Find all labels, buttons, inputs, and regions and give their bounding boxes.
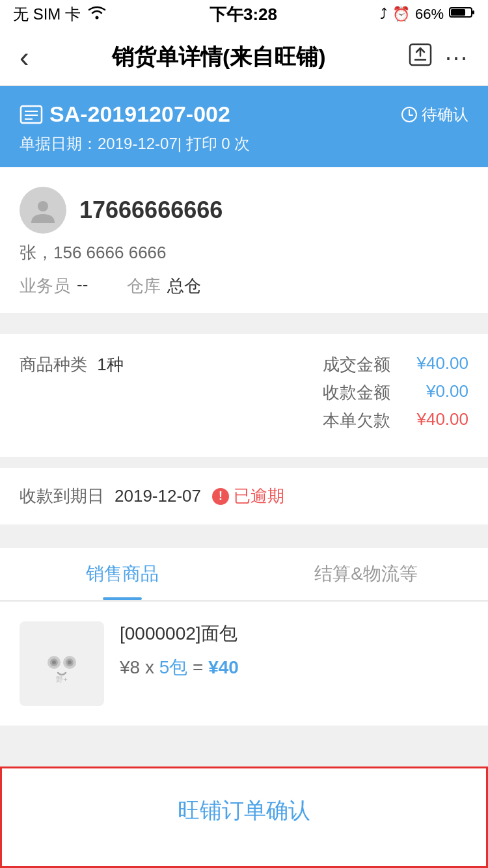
nav-bar: ‹ 销货单详情(来自旺铺) ··· (0, 29, 488, 86)
share-icon[interactable] (409, 43, 432, 72)
due-date-section: 收款到期日 2019-12-07 ! 已逾期 (0, 467, 488, 524)
svg-rect-3 (472, 10, 474, 14)
status-time: 下午3:28 (210, 3, 277, 26)
equals-sign: = (193, 657, 203, 677)
multiply-sign: x (145, 657, 154, 677)
nav-right[interactable]: ··· (409, 43, 468, 72)
overdue-badge: ! 已逾期 (211, 485, 284, 508)
amount-value: ¥40.00 (416, 353, 468, 376)
status-left: 无 SIM 卡 (13, 4, 107, 25)
divider-2 (0, 524, 488, 535)
tab-sales-goods[interactable]: 销售商品 (0, 548, 244, 600)
product-name: [0000002]面包 (120, 621, 468, 646)
svg-text:!: ! (219, 489, 223, 502)
back-button[interactable]: ‹ (20, 41, 29, 74)
summary-amounts: 成交金额 ¥40.00 收款金额 ¥0.00 本单欠款 ¥40.00 (323, 353, 468, 437)
product-type-label: 商品种类 (20, 355, 87, 374)
warehouse-value: 总仓 (167, 275, 201, 297)
wifi-icon (87, 5, 107, 23)
owed-label: 本单欠款 (323, 409, 390, 432)
svg-point-0 (96, 16, 99, 20)
more-icon[interactable]: ··· (445, 44, 468, 71)
confirm-button-wrap: 旺铺订单确认 (0, 766, 488, 868)
unit-price: ¥8 (120, 657, 140, 677)
confirm-order-button[interactable]: 旺铺订单确认 (21, 781, 467, 840)
battery-level: 66% (415, 6, 444, 23)
product-type-count: 1种 (97, 355, 123, 374)
received-label: 收款金额 (323, 381, 390, 404)
due-date-value: 2019-12-07 (115, 486, 201, 506)
order-id: SA-20191207-002 (20, 102, 230, 127)
product-item: 野+ [0000002]面包 ¥8 x 5包 = ¥40 (20, 621, 468, 706)
status-bar: 无 SIM 卡 下午3:28 ⤴ ⏰ 66% (0, 0, 488, 29)
product-info: [0000002]面包 ¥8 x 5包 = ¥40 (120, 621, 468, 706)
amount-label: 成交金额 (323, 353, 390, 376)
customer-section: 17666666666 张，156 6666 6666 业务员 -- 仓库 总仓 (0, 167, 488, 313)
warehouse-label: 仓库 (127, 275, 161, 297)
svg-point-11 (38, 201, 48, 211)
svg-text:野+: 野+ (56, 675, 67, 683)
overdue-text: 已逾期 (234, 485, 284, 508)
customer-phone: 17666666666 (79, 197, 223, 224)
alarm-icon: ⏰ (392, 6, 410, 23)
nav-left[interactable]: ‹ (20, 41, 29, 74)
total-price: ¥40 (208, 657, 239, 677)
divider-1 (0, 323, 488, 334)
avatar (20, 187, 66, 234)
order-status: 待确认 (401, 104, 468, 125)
page-title: 销货单详情(来自旺铺) (112, 42, 326, 72)
svg-rect-2 (451, 9, 465, 16)
order-date-info: 单据日期：2019-12-07| 打印 0 次 (20, 133, 468, 154)
quantity: 5包 (159, 657, 188, 677)
salesperson-label: 业务员 (20, 275, 70, 297)
sim-status: 无 SIM 卡 (13, 4, 81, 25)
tab-settlement[interactable]: 结算&物流等 (244, 548, 488, 600)
product-section: 野+ [0000002]面包 ¥8 x 5包 = ¥40 (0, 602, 488, 726)
customer-name: 张，156 6666 6666 (20, 241, 468, 264)
product-image: 野+ (20, 621, 104, 706)
summary-section: 商品种类 1种 成交金额 ¥40.00 收款金额 ¥0.00 本单欠款 ¥40.… (0, 334, 488, 457)
received-value: ¥0.00 (426, 381, 468, 404)
svg-point-19 (68, 660, 72, 664)
tabs-section: 销售商品 结算&物流等 (0, 548, 488, 601)
owed-value: ¥40.00 (416, 409, 468, 432)
battery-icon (449, 6, 475, 23)
location-icon: ⤴ (380, 6, 387, 23)
product-price: ¥8 x 5包 = ¥40 (120, 655, 468, 680)
customer-meta: 业务员 -- 仓库 总仓 (20, 275, 468, 297)
salesperson-value: -- (77, 275, 88, 297)
order-header: SA-20191207-002 待确认 单据日期：2019-12-07| 打印 … (0, 86, 488, 167)
status-right: ⤴ ⏰ 66% (380, 6, 475, 23)
svg-point-18 (52, 660, 56, 664)
due-date-label: 收款到期日 (20, 485, 104, 508)
